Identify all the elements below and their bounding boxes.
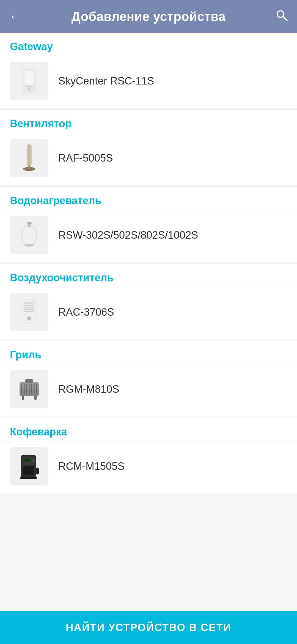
category-section-grill: Гриль (0, 341, 297, 416)
svg-rect-42 (24, 458, 31, 462)
find-device-label: НАЙТИ УСТРОЙСТВО В СЕТИ (66, 622, 231, 634)
category-section-gateway: Gateway SkyCenter RSC-11S (0, 33, 297, 108)
svg-point-11 (22, 226, 36, 244)
category-section-coffee: Кофеварка (0, 418, 297, 493)
device-item-rgmm810s[interactable]: RGM-M810S (0, 364, 297, 416)
category-header-gateway: Gateway (0, 33, 297, 56)
device-item-raf5005s[interactable]: RAF-5005S (0, 133, 297, 185)
device-image-heater (10, 216, 48, 254)
category-title-heater: Водонагреватель (10, 195, 101, 206)
device-list-content: Gateway SkyCenter RSC-11S Вентилятор (0, 33, 297, 644)
category-header-fan: Вентилятор (0, 110, 297, 133)
device-image-coffee (10, 447, 48, 485)
svg-rect-43 (36, 468, 39, 474)
svg-rect-7 (28, 144, 31, 166)
device-name-rcmm1505s: RCM-M1505S (58, 460, 125, 472)
category-header-coffee: Кофеварка (0, 418, 297, 441)
svg-rect-9 (28, 165, 30, 169)
device-name-rac3706s: RAC-3706S (58, 306, 114, 318)
device-name-rgmm810s: RGM-M810S (58, 383, 119, 395)
device-image-grill (10, 370, 48, 408)
device-image-purifier (10, 293, 48, 331)
svg-rect-35 (34, 395, 37, 400)
svg-rect-17 (24, 302, 34, 304)
device-item-rsw[interactable]: RSW-302S/502S/802S/1002S (0, 210, 297, 262)
category-section-fan: Вентилятор RAF-5005S (0, 110, 297, 185)
device-image-fan (10, 139, 48, 177)
svg-rect-5 (26, 86, 32, 87)
category-title-coffee: Кофеварка (10, 426, 67, 438)
search-icon[interactable] (275, 9, 288, 25)
svg-point-23 (28, 317, 31, 320)
svg-rect-20 (24, 309, 34, 310)
category-title-grill: Гриль (10, 349, 41, 361)
svg-rect-13 (27, 222, 32, 224)
page-title: Добавление устройства (72, 9, 226, 24)
category-header-grill: Гриль (0, 341, 297, 364)
svg-rect-34 (22, 395, 24, 400)
category-section-heater: Водонагреватель RSW-302S/502S/802S/1002S (0, 187, 297, 262)
svg-rect-3 (24, 71, 34, 84)
svg-point-14 (24, 244, 34, 247)
svg-rect-21 (24, 311, 34, 312)
svg-line-1 (283, 17, 287, 21)
svg-rect-19 (24, 307, 34, 308)
device-name-raf5005s: RAF-5005S (58, 152, 113, 164)
svg-rect-18 (24, 305, 34, 306)
category-header-purifier: Воздухоочиститель (0, 264, 297, 287)
category-section-purifier: Воздухоочиститель RA (0, 264, 297, 339)
back-icon[interactable]: ← (9, 10, 22, 23)
svg-rect-33 (25, 379, 33, 383)
app-header: ← Добавление устройства (0, 0, 297, 33)
device-image-gateway (10, 62, 48, 100)
category-title-purifier: Воздухоочиститель (10, 272, 114, 283)
category-title-fan: Вентилятор (10, 118, 72, 129)
device-item-rac3706s[interactable]: RAC-3706S (0, 287, 297, 339)
device-name-skycenter: SkyCenter RSC-11S (58, 75, 154, 87)
device-item-rcmm1505s[interactable]: RCM-M1505S (0, 441, 297, 493)
device-item-skycenter[interactable]: SkyCenter RSC-11S (0, 56, 297, 108)
device-name-rsw: RSW-302S/502S/802S/1002S (58, 229, 198, 241)
category-header-heater: Водонагреватель (0, 187, 297, 210)
svg-point-4 (28, 88, 31, 91)
find-device-button[interactable]: НАЙТИ УСТРОЙСТВО В СЕТИ (0, 611, 297, 644)
svg-rect-38 (23, 466, 34, 475)
svg-point-41 (32, 460, 34, 462)
svg-rect-44 (20, 477, 37, 479)
category-title-gateway: Gateway (10, 41, 53, 52)
